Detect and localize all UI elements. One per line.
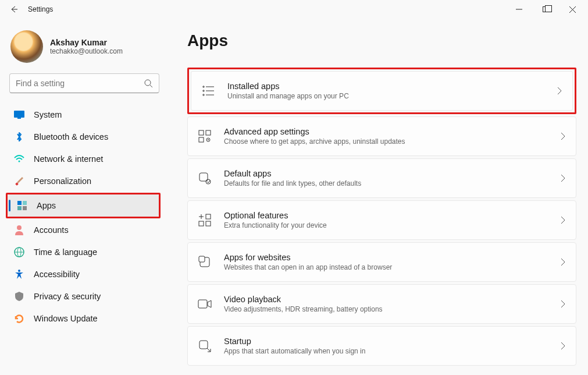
highlight-installed-apps: Installed apps Uninstall and manage apps… (187, 68, 576, 114)
card-optional-features[interactable]: Optional features Extra functionality fo… (187, 200, 576, 240)
default-app-icon (197, 171, 212, 186)
profile[interactable]: Akshay Kumar techakko@outlook.com (5, 28, 164, 73)
svg-point-17 (18, 270, 20, 272)
grid-gear-icon (197, 129, 212, 144)
card-default-apps[interactable]: Default apps Defaults for file and link … (187, 158, 576, 198)
sidebar-item-personalization[interactable]: Personalization (5, 170, 164, 192)
card-subtitle: Video adjustments, HDR streaming, batter… (224, 305, 383, 313)
svg-point-13 (17, 225, 22, 230)
sidebar-item-label: Network & internet (34, 154, 103, 164)
sidebar-item-network[interactable]: Network & internet (5, 148, 164, 170)
svg-rect-11 (17, 206, 22, 210)
svg-rect-12 (23, 206, 27, 210)
svg-point-7 (19, 161, 20, 162)
card-title: Optional features (224, 211, 327, 220)
wifi-icon (14, 154, 24, 164)
sidebar-item-label: Privacy & security (34, 292, 101, 301)
chevron-right-icon (561, 174, 565, 182)
main-panel: Apps Installed apps Uninstall and manage… (170, 19, 588, 375)
profile-email: techakko@outlook.com (50, 47, 123, 55)
sidebar-item-label: Accessibility (34, 270, 80, 279)
sidebar-item-label: Personalization (34, 176, 91, 186)
chevron-right-icon (561, 258, 565, 266)
card-subtitle: Choose where to get apps, archive apps, … (224, 137, 405, 146)
person-icon (14, 225, 24, 235)
sidebar-item-bluetooth[interactable]: Bluetooth & devices (5, 126, 164, 148)
card-title: Installed apps (227, 82, 349, 91)
card-video-playback[interactable]: Video playback Video adjustments, HDR st… (187, 284, 576, 324)
startup-icon (197, 338, 212, 353)
minimize-button[interactable] (505, 0, 532, 19)
window-title: Settings (28, 5, 53, 13)
sidebar-item-update[interactable]: Windows Update (5, 307, 164, 330)
sidebar-item-accessibility[interactable]: Accessibility (5, 263, 164, 285)
svg-rect-25 (206, 130, 211, 135)
svg-point-30 (206, 179, 211, 184)
svg-rect-36 (198, 300, 207, 308)
svg-rect-37 (199, 341, 208, 349)
sidebar-item-system[interactable]: System (5, 104, 164, 126)
svg-rect-35 (199, 256, 205, 262)
sidebar-nav: System Bluetooth & devices Network & int… (5, 104, 164, 330)
svg-point-18 (203, 86, 204, 87)
svg-line-4 (150, 85, 152, 87)
svg-rect-5 (14, 111, 24, 118)
card-subtitle: Websites that can open in an app instead… (224, 263, 392, 271)
card-subtitle: Uninstall and manage apps on your PC (227, 92, 349, 100)
sidebar-item-label: Windows Update (34, 314, 98, 323)
card-title: Advanced app settings (224, 127, 405, 136)
svg-rect-31 (206, 214, 211, 219)
search-input[interactable] (16, 79, 144, 88)
chevron-right-icon (561, 216, 565, 224)
chevron-right-icon (557, 87, 562, 95)
svg-point-3 (145, 80, 151, 86)
update-icon (14, 313, 24, 324)
globe-clock-icon (14, 247, 24, 257)
card-installed-apps[interactable]: Installed apps Uninstall and manage apps… (191, 71, 573, 111)
close-button[interactable] (559, 0, 586, 19)
sidebar-item-label: System (34, 110, 62, 119)
page-title: Apps (187, 31, 576, 50)
svg-point-28 (208, 139, 209, 140)
accessibility-icon (14, 269, 24, 280)
svg-rect-24 (199, 130, 204, 135)
sidebar-item-label: Time & language (34, 247, 97, 257)
search-box[interactable] (9, 73, 159, 93)
sidebar-item-label: Accounts (34, 225, 69, 235)
sidebar-item-time-language[interactable]: Time & language (5, 241, 164, 263)
sidebar-item-apps[interactable]: Apps (8, 194, 159, 217)
card-subtitle: Apps that start automatically when you s… (224, 347, 365, 355)
card-apps-websites[interactable]: Apps for websites Websites that can open… (187, 242, 576, 282)
card-subtitle: Defaults for file and link types, other … (224, 179, 361, 188)
svg-rect-32 (199, 221, 204, 226)
card-startup[interactable]: Startup Apps that start automatically wh… (187, 326, 576, 366)
monitor-icon (14, 109, 24, 120)
svg-rect-9 (17, 201, 22, 205)
svg-rect-26 (199, 137, 204, 142)
card-title: Video playback (224, 295, 383, 304)
app-website-icon (197, 254, 212, 270)
video-icon (197, 296, 212, 312)
sidebar-item-accounts[interactable]: Accounts (5, 219, 164, 241)
sidebar: Akshay Kumar techakko@outlook.com System… (0, 19, 170, 375)
restore-button[interactable] (532, 0, 559, 19)
card-advanced-settings[interactable]: Advanced app settings Choose where to ge… (187, 116, 576, 156)
card-title: Apps for websites (224, 253, 392, 262)
highlight-apps: Apps (6, 193, 161, 218)
profile-name: Akshay Kumar (50, 38, 123, 47)
apps-icon (17, 200, 27, 211)
chevron-right-icon (561, 300, 565, 308)
bluetooth-icon (14, 132, 24, 142)
back-button[interactable] (2, 5, 26, 14)
card-subtitle: Extra functionality for your device (224, 221, 327, 229)
card-title: Default apps (224, 169, 361, 178)
search-icon (144, 79, 153, 88)
svg-rect-10 (23, 201, 27, 205)
sidebar-item-label: Bluetooth & devices (34, 132, 108, 141)
sidebar-item-privacy[interactable]: Privacy & security (5, 285, 164, 307)
avatar (10, 30, 43, 63)
list-icon (201, 83, 216, 98)
grid-plus-icon (197, 213, 212, 228)
brush-icon (14, 176, 24, 186)
titlebar: Settings (0, 0, 588, 19)
